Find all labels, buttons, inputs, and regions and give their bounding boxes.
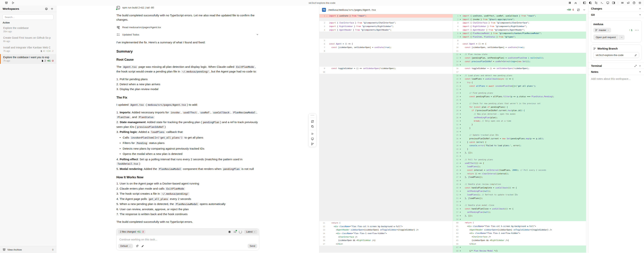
chevron-down-icon[interactable]: [256, 33, 259, 36]
diff-slash-icon[interactable]: [311, 120, 314, 123]
code-line: const [sidebarOpen, setSidebarOpen] = us…: [463, 46, 586, 48]
code-line: }, [loadPlans]);: [463, 197, 586, 199]
terminal-prompt-icon[interactable]: [600, 1, 604, 4]
diff-marker: +: [460, 218, 463, 220]
git-branch-icon[interactable]: [311, 142, 314, 146]
diff-marker: +: [460, 18, 463, 20]
files-changed-badge[interactable]: 2 files changed +61 -3: [118, 230, 146, 234]
tool-call-row[interactable]: npm run build 2>&1 | tail -80: [116, 6, 259, 10]
menu-icon[interactable]: [621, 1, 624, 4]
diff-marker: +: [460, 78, 463, 80]
open-pull-request-button[interactable]: Open pull request: [593, 34, 618, 40]
working-branch-field[interactable]: [593, 52, 639, 58]
chat-bubble-icon[interactable]: [589, 1, 592, 4]
diff-row: 35+ // Update tracked plan IDs: [453, 133, 586, 137]
pr-dropdown-button[interactable]: [619, 35, 625, 40]
diff-collapsed-region: [319, 53, 453, 67]
diff-row: 7 const [sidebarOpen, setSidebarOpen] = …: [319, 46, 453, 49]
diff-row: 15 <ChatInterface />: [319, 235, 453, 239]
workspace-list-item[interactable]: Explore the codebase I want you to exp7h…: [0, 54, 56, 64]
diff-marker: +: [460, 88, 463, 90]
notes-placeholder[interactable]: Add notes about this workspace...: [588, 75, 644, 82]
expand-icon[interactable]: [634, 64, 637, 67]
diff-row: 11: [453, 49, 586, 53]
copy-icon[interactable]: [311, 125, 314, 128]
tool-call-row[interactable]: Updated Todos: [116, 33, 259, 36]
spark-icon[interactable]: [228, 230, 231, 234]
line-number: 48: [453, 180, 460, 182]
send-button[interactable]: Send: [248, 244, 257, 248]
diff-scrollbar[interactable]: [586, 14, 588, 253]
git-compare-icon[interactable]: [594, 1, 598, 4]
drag-handle[interactable]: [311, 115, 314, 116]
line-number: 12: [319, 226, 326, 228]
list-item: 6. User can review, annotate, approve, o…: [116, 207, 259, 212]
line-number: 11: [453, 50, 460, 52]
diff-row: 49+ // Handle plan review completion: [453, 182, 586, 186]
panel-left-icon[interactable]: [583, 1, 586, 4]
repo-name: medusa: [593, 23, 639, 26]
pen-icon[interactable]: [141, 244, 144, 248]
line-number: 53: [453, 197, 460, 199]
diff-marker: +: [460, 60, 463, 62]
deletions-count: -3: [52, 60, 54, 62]
view-archive-button[interactable]: View Archive 0: [0, 246, 56, 253]
more-options-button[interactable]: ···: [635, 28, 639, 32]
code-line: loadPlans(); // Refresh to update tracke…: [463, 194, 586, 196]
chat-scroll-area[interactable]: npm run build 2>&1 | tail -80The build c…: [56, 6, 319, 227]
code-line: return (: [463, 222, 586, 224]
working-branch-input[interactable]: [595, 54, 634, 57]
collapse-icon[interactable]: [574, 1, 577, 4]
section-notes[interactable]: Notes: [588, 69, 644, 75]
play-icon[interactable]: [311, 132, 314, 135]
diff-slash-icon[interactable]: [577, 8, 580, 11]
terminal-icon: [116, 6, 120, 10]
diff-row: 6+import { PlanReviewModal } from "@/com…: [453, 32, 586, 35]
inline-code: invoke<PlanItem[]>('get_all_plans'): [130, 136, 184, 139]
diff-body[interactable]: 1-import { useState } from "react";2impo…: [319, 14, 588, 253]
search-input[interactable]: [3, 14, 54, 20]
monitor-icon[interactable]: [311, 138, 314, 140]
monitor-icon[interactable]: [606, 1, 609, 4]
line-number: 40: [453, 152, 460, 154]
line-number: 61: [453, 225, 460, 227]
diff-marker: +: [460, 194, 463, 196]
pencil-icon[interactable]: [634, 54, 637, 56]
list-item: 2. Claude enters plan mode and calls Exi…: [116, 186, 259, 191]
archive-count: 0: [52, 248, 54, 251]
todos-badge-icon[interactable]: [234, 230, 236, 234]
section-changes[interactable]: Changes: [588, 6, 644, 12]
diff-row: 5: [319, 39, 453, 42]
section-terminal[interactable]: Terminal: [588, 63, 644, 69]
code-line: const toggleSidebar = () => setSidebarOp…: [463, 68, 586, 70]
workspace-list-item[interactable]: Install and integrate Vibe Kanban Web C7…: [0, 44, 56, 54]
tool-call-row[interactable]: Read medusa/src/pages/Agent.tsx: [116, 26, 259, 29]
code-line: const handlePlanClose = useCallback(() =…: [463, 208, 586, 210]
chevron-down-icon: [639, 14, 641, 16]
panel-right-icon[interactable]: [612, 1, 615, 4]
branch-selector[interactable]: master: [593, 28, 611, 32]
workspace-list-item[interactable]: Explore the codebase35m ago: [0, 25, 56, 34]
message-input[interactable]: [119, 238, 257, 241]
section-git[interactable]: Git: [588, 12, 644, 18]
line-number: 4: [453, 25, 460, 28]
diff-marker: +: [460, 176, 463, 178]
diff-file-header[interactable]: TS /medusa/medusa/src/pages/Agent.tsx +5…: [319, 6, 588, 14]
list-item: •Filters for Pending status plans: [116, 141, 259, 146]
chevron-down-icon[interactable]: [583, 8, 586, 11]
pause-icon[interactable]: [568, 1, 571, 4]
megaphone-icon[interactable]: [627, 1, 630, 4]
layers-icon[interactable]: [45, 7, 48, 10]
workspace-list-item[interactable]: Create Good First Issues on Github So p6…: [0, 34, 56, 44]
diff-row: 61 <div className="flex flex-col h-scree…: [453, 224, 586, 228]
settings-icon[interactable]: [638, 1, 641, 4]
workspace-timestamp: 6h ago: [3, 40, 54, 42]
line-number: 5: [453, 29, 460, 31]
mode-dropdown[interactable]: Default: [118, 244, 133, 248]
list-item: 5. Modal rendering: Added the PlanReview…: [116, 167, 259, 171]
diff-row: 10: [319, 70, 453, 74]
plus-icon[interactable]: [50, 7, 54, 10]
paperclip-icon[interactable]: [136, 244, 138, 248]
help-icon[interactable]: [632, 1, 636, 4]
latest-dropdown[interactable]: Latest: [244, 230, 258, 234]
